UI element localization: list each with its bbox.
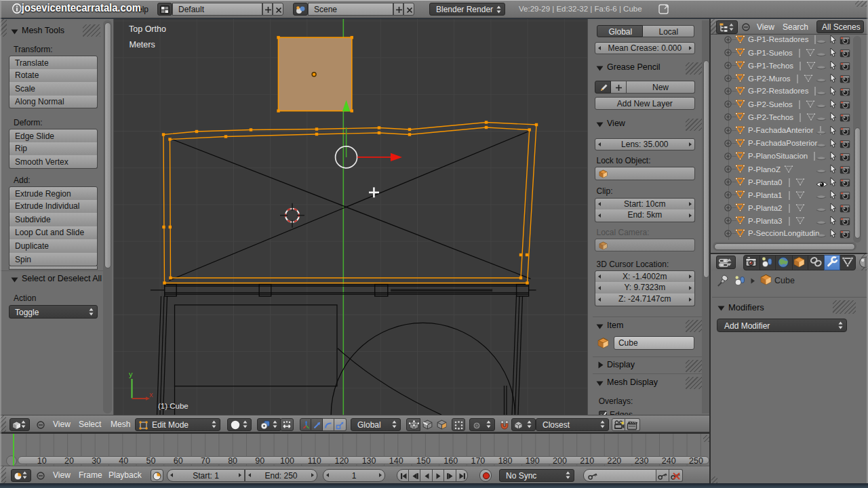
svg-text:100: 100 [280,456,294,466]
svg-text:140: 140 [389,456,403,466]
svg-text:200: 200 [553,456,567,466]
svg-text:110: 110 [308,456,321,466]
svg-text:x: x [149,390,153,399]
svg-text:160: 160 [443,456,458,466]
svg-text:80: 80 [228,456,237,466]
svg-text:30: 30 [92,456,101,466]
svg-text:150: 150 [416,456,431,466]
svg-text:180: 180 [498,456,513,466]
svg-text:Meters: Meters [130,40,155,49]
svg-text:Top Ortho: Top Ortho [129,24,166,34]
svg-text:230: 230 [635,456,649,466]
svg-text:50: 50 [146,456,156,466]
svg-text:210: 210 [580,456,594,466]
svg-text:120: 120 [334,456,349,466]
svg-text:40: 40 [119,456,128,466]
svg-text:y: y [129,370,133,378]
svg-text:90: 90 [255,456,264,466]
svg-text:60: 60 [174,456,183,466]
svg-text:220: 220 [607,456,621,466]
svg-text:240: 240 [662,456,676,466]
svg-text:250: 250 [689,456,703,466]
svg-text:(1) Cube: (1) Cube [158,402,189,410]
svg-text:10: 10 [37,456,47,466]
svg-text:190: 190 [526,456,540,466]
svg-text:70: 70 [201,456,210,466]
svg-text:130: 130 [362,456,376,466]
svg-text:20: 20 [64,456,74,466]
svg-text:170: 170 [471,456,485,466]
